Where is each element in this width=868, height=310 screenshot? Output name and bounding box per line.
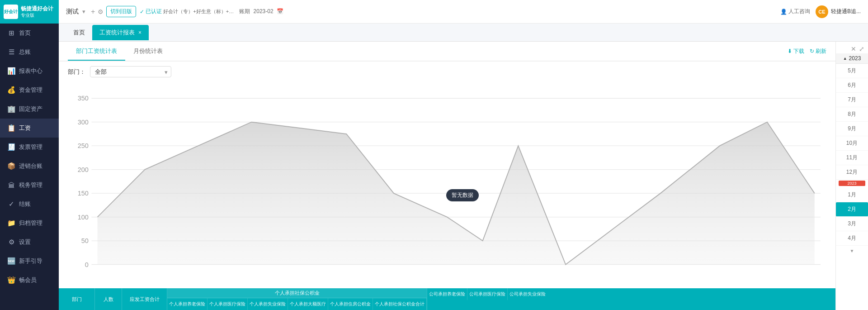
col-count: 人数 xyxy=(95,288,122,310)
month-2-active[interactable]: 2月 xyxy=(836,202,868,217)
month-5[interactable]: 5月 xyxy=(836,64,868,78)
subtab-dept[interactable]: 部门工资统计表 xyxy=(68,43,125,61)
sidebar-label-tax: 税务管理 xyxy=(19,181,42,189)
home-icon: ⊞ xyxy=(7,29,15,37)
svg-text:100: 100 xyxy=(78,214,89,221)
sidebar-nav: ⊞ 首页 ☰ 总账 📊 报表中心 💰 资金管理 🏢 固定资产 📋 工资 🧾 发票… xyxy=(0,24,59,310)
download-button[interactable]: ⬇ 下载 xyxy=(788,48,804,55)
svg-text:50: 50 xyxy=(81,237,89,244)
funds-icon: 💰 xyxy=(7,86,15,94)
sidebar-item-tax[interactable]: 🏛 税务管理 xyxy=(0,176,59,195)
sidebar-item-assets[interactable]: 🏢 固定资产 xyxy=(0,100,59,119)
user-menu[interactable]: CE 轻捷通B追... xyxy=(816,5,861,18)
svg-text:200: 200 xyxy=(78,166,89,173)
sidebar-item-member[interactable]: 👑 畅会员 xyxy=(0,271,59,290)
period-value: 2023-02 xyxy=(254,8,274,14)
col-personal-unemployment: 个人承担失业保险 xyxy=(248,298,288,310)
month-6[interactable]: 6月 xyxy=(836,78,868,93)
sidebar-item-ledger[interactable]: ☰ 总账 xyxy=(0,43,59,62)
settings-topbar-icon[interactable]: ⚙ xyxy=(98,8,104,15)
sidebar-label-reports: 报表中心 xyxy=(19,67,42,75)
panel-down-icon[interactable]: ▼ xyxy=(836,246,868,256)
download-label: 下载 xyxy=(793,48,804,55)
sidebar-logo: 好会计 畅捷通好会计 专业版 xyxy=(0,0,59,24)
table-footer: 部门 人数 应发工资合计 个人承担社保公积金 xyxy=(59,288,835,310)
sidebar-label-funds: 资金管理 xyxy=(19,86,42,94)
tab-home-label: 首页 xyxy=(73,29,85,37)
add-icon[interactable]: + xyxy=(91,8,95,16)
status-bar: ✓ 已认证 好会计（专）+好生意（标）+… xyxy=(140,8,234,15)
assets-icon: 🏢 xyxy=(7,105,15,113)
tab-home[interactable]: 首页 xyxy=(66,25,92,40)
close-panel-icon[interactable]: ✕ xyxy=(851,45,856,52)
help-icon: 👤 xyxy=(780,9,787,15)
sidebar-label-salary: 工资 xyxy=(19,124,31,132)
year-up-icon[interactable]: ▲ xyxy=(843,56,847,61)
tab-salary-report[interactable]: 工资统计报表 × xyxy=(92,25,149,40)
sidebar-item-home[interactable]: ⊞ 首页 xyxy=(0,24,59,43)
year-label-current: 2023 xyxy=(849,55,861,62)
panel-close-bar: ✕ ⤢ xyxy=(836,42,868,53)
sidebar-item-reports[interactable]: 📊 报表中心 xyxy=(0,62,59,81)
period-label: 账期 xyxy=(239,8,250,14)
settle-icon: ✓ xyxy=(7,200,15,208)
sidebar-item-settle[interactable]: ✓ 结账 xyxy=(0,195,59,214)
subtabs: 部门工资统计表 月份统计表 ⬇ 下载 ↻ 刷新 xyxy=(59,42,835,62)
month-7[interactable]: 7月 xyxy=(836,93,868,107)
logo-title: 畅捷通好会计 xyxy=(21,5,53,13)
filter-label: 部门： xyxy=(68,68,85,76)
sidebar-item-archive[interactable]: 📁 归档管理 xyxy=(0,214,59,233)
sidebar-item-settings[interactable]: ⚙ 设置 xyxy=(0,233,59,252)
company-name: 测试 xyxy=(66,8,79,16)
help-button[interactable]: 👤 人工咨询 xyxy=(780,8,810,15)
status-text: 已认证 xyxy=(146,8,162,15)
month-1[interactable]: 1月 xyxy=(836,188,868,202)
month-10[interactable]: 10月 xyxy=(836,136,868,151)
sidebar-label-member: 畅会员 xyxy=(19,276,37,284)
year-tag: 2023 xyxy=(839,181,865,186)
refresh-label: 刷新 xyxy=(816,48,826,55)
avatar: CE xyxy=(816,5,828,18)
member-icon: 👑 xyxy=(7,276,15,284)
subtab-monthly[interactable]: 月份统计表 xyxy=(125,43,171,61)
refresh-icon: ↻ xyxy=(810,48,814,54)
sidebar-item-purchases[interactable]: 📦 进销台账 xyxy=(0,157,59,176)
main-panel: 部门工资统计表 月份统计表 ⬇ 下载 ↻ 刷新 xyxy=(59,42,835,310)
month-8[interactable]: 8月 xyxy=(836,107,868,122)
month-4[interactable]: 4月 xyxy=(836,231,868,246)
help-label: 人工咨询 xyxy=(788,8,810,15)
group-individual-cells: 个人承担养老保险 个人承担医疗保险 个人承担失业保险 个人承担大额医疗 xyxy=(167,298,427,310)
sidebar-label-invoice: 发票管理 xyxy=(19,143,42,151)
tab-close-icon[interactable]: × xyxy=(138,29,142,36)
sidebar-item-funds[interactable]: 💰 资金管理 xyxy=(0,81,59,100)
svg-text:350: 350 xyxy=(78,95,89,102)
sidebar-item-invoice[interactable]: 🧾 发票管理 xyxy=(0,138,59,157)
year-header-2023[interactable]: ▲ 2023 xyxy=(836,53,868,64)
sidebar-item-salary[interactable]: 📋 工资 xyxy=(0,119,59,138)
period-display: 账期 2023-02 📅 xyxy=(239,8,283,15)
month-11[interactable]: 11月 xyxy=(836,151,868,165)
sidebar-label-settle: 结账 xyxy=(19,200,31,208)
month-3[interactable]: 3月 xyxy=(836,217,868,231)
svg-text:0: 0 xyxy=(85,261,89,268)
switch-version-button[interactable]: 切到旧版 xyxy=(106,6,136,17)
calendar-icon[interactable]: 📅 xyxy=(277,8,283,14)
sidebar-item-guide[interactable]: 🆕 新手引导 xyxy=(0,252,59,271)
expand-panel-icon[interactable]: ⤢ xyxy=(859,45,864,52)
month-9[interactable]: 9月 xyxy=(836,122,868,136)
month-12[interactable]: 12月 xyxy=(836,165,868,180)
check-icon: ✓ xyxy=(140,9,144,15)
tooltip-text: 暂无数据 xyxy=(452,192,473,198)
sidebar: 好会计 畅捷通好会计 专业版 ⊞ 首页 ☰ 总账 📊 报表中心 💰 资金管理 🏢… xyxy=(0,0,59,310)
badges-text: 好会计（专）+好生意（标）+… xyxy=(163,8,234,15)
username: 轻捷通B追... xyxy=(831,8,861,15)
topbar-actions: + ⚙ 切到旧版 xyxy=(91,6,136,17)
sidebar-label-archive: 归档管理 xyxy=(19,219,42,227)
company-dropdown-icon[interactable]: ▾ xyxy=(82,8,85,15)
logo-icon: 好会计 xyxy=(4,5,18,19)
dept-filter-select[interactable]: 全部 人事部 财务部 技术部 销售部 xyxy=(90,66,171,77)
sidebar-label-guide: 新手引导 xyxy=(19,257,42,265)
refresh-button[interactable]: ↻ 刷新 xyxy=(810,48,826,55)
col-company-unemployment: 公司承担失业保险 xyxy=(508,288,547,300)
chart-tooltip: 暂无数据 xyxy=(446,189,479,201)
